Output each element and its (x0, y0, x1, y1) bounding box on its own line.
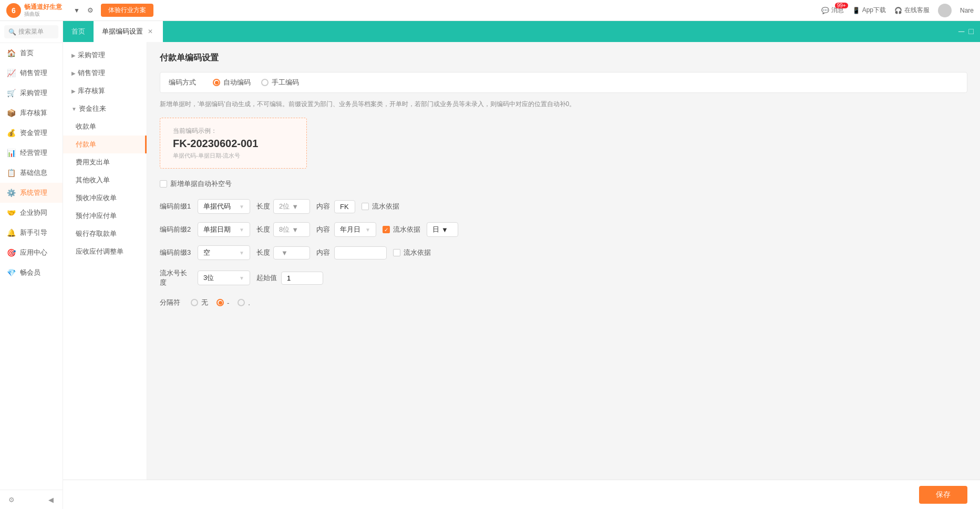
prefix1-length-select[interactable]: 2位 ▼ (273, 199, 310, 214)
user-avatar[interactable] (938, 4, 952, 17)
sidebar-item-apps[interactable]: 🎯 应用中心 (0, 243, 63, 263)
sub-item-expense[interactable]: 费用支出单 (63, 153, 147, 171)
auto-fill-checkbox[interactable] (160, 180, 167, 188)
sidebar-item-system[interactable]: ⚙️ 系统管理 (0, 183, 63, 203)
sub-item-receipt[interactable]: 收款单 (63, 118, 147, 136)
prefix1-watermark-checkbox[interactable] (362, 203, 369, 210)
sep-dot-radio[interactable] (238, 299, 245, 306)
operations-icon: 📊 (6, 148, 16, 158)
sub-item-other-income[interactable]: 其他收入单 (63, 171, 147, 189)
sep-none-option[interactable]: 无 (191, 298, 208, 307)
encoding-method-label: 编码方式 (169, 78, 196, 87)
topbar-right: 💬 消息 99+ 📱 App下载 🎧 在线客服 Nare (821, 4, 974, 17)
topbar-dropdown[interactable]: ▼ (74, 7, 80, 14)
username-label: Nare (960, 7, 974, 14)
prefix3-content-value (334, 246, 387, 259)
serial-row: 流水号长度 3位 ▼ 起始值 (160, 268, 967, 287)
prefix1-watermark-check[interactable]: 流水依据 (362, 202, 399, 211)
sidebar-item-purchase[interactable]: 🛒 采购管理 (0, 83, 63, 103)
preview-label: 当前编码示例： (173, 127, 294, 136)
prefix2-content-label: 内容 (316, 225, 330, 234)
messages-button[interactable]: 💬 消息 99+ (821, 6, 844, 15)
search-menu-button[interactable]: 🔍 搜索菜单 (4, 25, 58, 38)
sub-group-purchase-header[interactable]: ▶ 采购管理 (63, 46, 147, 64)
prefix2-label: 编码前缀2 (160, 225, 191, 234)
serial-length-select[interactable]: 3位 ▼ (198, 271, 250, 285)
sub-item-prepay-offset[interactable]: 预收冲应收单 (63, 189, 147, 207)
app-download-button[interactable]: 📱 App下载 (852, 6, 886, 15)
settings-bottom-icon[interactable]: ⚙ (6, 494, 17, 505)
encoding-radio-group: 自动编码 手工编码 (213, 78, 299, 87)
preview-code: FK-20230602-001 (173, 138, 294, 150)
prefix3-watermark-checkbox[interactable] (393, 249, 400, 256)
collapse-icon[interactable]: ◀ (46, 494, 56, 505)
sidebar-item-operations[interactable]: 📊 经营管理 (0, 143, 63, 163)
tab-document-encoding[interactable]: 单据编码设置 ✕ (94, 21, 163, 42)
prefix3-length-select[interactable]: ▼ (273, 246, 310, 259)
start-value-input[interactable] (281, 272, 323, 285)
tab-home[interactable]: 首页 (63, 21, 94, 42)
sub-group-finance-header[interactable]: ▼ 资金往来 (63, 100, 147, 118)
app-logo: 6 畅通道好生意 插曲版 (6, 3, 69, 18)
sub-item-payment[interactable]: 付款单 (63, 136, 147, 153)
auto-encode-radio[interactable] (213, 79, 220, 86)
content-area: 首页 单据编码设置 ✕ ─ □ ▶ 采购管理 (63, 21, 980, 509)
sidebar-item-member[interactable]: 💎 畅会员 (0, 263, 63, 283)
logo-text: 畅通道好生意 插曲版 (24, 4, 62, 16)
sidebar-item-guide[interactable]: 🔔 新手引导 (0, 223, 63, 243)
trial-button[interactable]: 体验行业方案 (101, 4, 153, 17)
logo-icon: 6 (6, 3, 21, 18)
save-button[interactable]: 保存 (919, 486, 967, 504)
sidebar-item-base[interactable]: 📋 基础信息 (0, 163, 63, 183)
tab-maximize-icon[interactable]: □ (968, 27, 974, 36)
manual-encode-radio[interactable] (261, 79, 269, 86)
sub-group-sales-header[interactable]: ▶ 销售管理 (63, 64, 147, 82)
sidebar-item-home[interactable]: 🏠 首页 (0, 43, 63, 63)
prefix2-watermark-checkbox[interactable]: ✓ (383, 226, 390, 233)
tab-minimize-icon[interactable]: ─ (958, 27, 964, 36)
sub-group-inventory: ▶ 库存核算 (63, 82, 147, 100)
sub-group-sales: ▶ 销售管理 (63, 64, 147, 82)
prefix2-day-select[interactable]: 日 ▼ (427, 222, 458, 237)
guide-icon: 🔔 (6, 228, 16, 237)
serial-length-label: 流水号长度 (160, 268, 191, 287)
home-icon: 🏠 (6, 48, 16, 58)
info-text: 新增单据时，'单据编码'自动生成，不可编辑。前缀设置为部门、业务员等档案类，开单… (160, 99, 967, 109)
prefix1-content-field: 内容 FK (316, 200, 355, 213)
prefix2-content-select[interactable]: 年月日 ▼ (334, 222, 376, 237)
prefix2-select[interactable]: 单据日期 ▼ (198, 222, 250, 237)
prefix1-select[interactable]: 单据代码 ▼ (198, 199, 250, 214)
prefix3-length-group: 长度 ▼ (256, 246, 310, 259)
online-service-button[interactable]: 🎧 在线客服 (894, 6, 930, 15)
sub-sidebar: ▶ 采购管理 ▶ 销售管理 ▶ 库存核算 (63, 42, 147, 480)
sidebar-item-finance[interactable]: 💰 资金管理 (0, 123, 63, 143)
auto-fill-label: 新增单据自动补空号 (170, 179, 232, 189)
sidebar-item-inventory[interactable]: 📦 库存核算 (0, 103, 63, 123)
separator-options: 无 - . (191, 298, 250, 307)
sub-item-bank-deposit[interactable]: 银行存取款单 (63, 225, 147, 243)
prefix3-row: 编码前缀3 空 ▼ 长度 ▼ 内容 (160, 245, 967, 260)
sub-item-advance-offset[interactable]: 预付冲应付单 (63, 207, 147, 225)
sub-item-ar-ap-adjust[interactable]: 应收应付调整单 (63, 243, 147, 261)
prefix3-select[interactable]: 空 ▼ (198, 245, 250, 260)
prefix2-length-select[interactable]: 8位 ▼ (273, 222, 310, 237)
settings-icon[interactable]: ⚙ (84, 4, 97, 17)
purchase-icon: 🛒 (6, 88, 16, 98)
corp-icon: 🤝 (6, 208, 16, 217)
sidebar-item-sales[interactable]: 📈 销售管理 (0, 63, 63, 83)
sub-group-inventory-header[interactable]: ▶ 库存核算 (63, 82, 147, 100)
sep-dot-option[interactable]: . (238, 299, 250, 307)
prefix2-content-field: 内容 年月日 ▼ (316, 222, 376, 237)
tab-close-button[interactable]: ✕ (146, 27, 154, 36)
sub-group-purchase: ▶ 采购管理 (63, 46, 147, 64)
prefix2-row: 编码前缀2 单据日期 ▼ 长度 8位 ▼ 内容 (160, 222, 967, 237)
prefix3-watermark-check[interactable]: 流水依据 (393, 248, 431, 257)
sep-none-radio[interactable] (191, 299, 198, 306)
auto-encode-option[interactable]: 自动编码 (213, 78, 251, 87)
sep-dash-radio[interactable] (216, 299, 224, 306)
sep-dash-option[interactable]: - (216, 299, 229, 307)
sub-group-finance-items: 收款单 付款单 费用支出单 其他收入单 预收冲应收单 预付冲应付单 银行存取款单… (63, 118, 147, 261)
action-bar: 保存 (63, 480, 980, 509)
sidebar-item-corp[interactable]: 🤝 企业协同 (0, 203, 63, 223)
manual-encode-option[interactable]: 手工编码 (261, 78, 299, 87)
